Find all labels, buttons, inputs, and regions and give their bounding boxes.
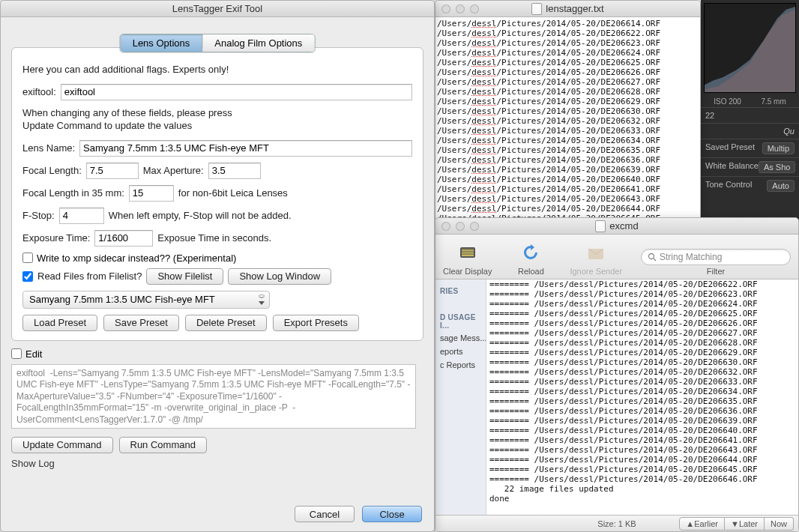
fstop-label: F-Stop:: [22, 210, 55, 221]
close-button[interactable]: Close: [362, 506, 422, 522]
txt-titlebar[interactable]: lenstagger.txt: [435, 1, 700, 17]
filter-section: String Matching Filter: [641, 249, 791, 276]
command-textarea[interactable]: exiftool -Lens="Samyang 7.5mm 1:3.5 UMC …: [11, 364, 416, 429]
document-icon: [595, 220, 606, 232]
load-preset-button[interactable]: Load Preset: [22, 315, 97, 331]
focal-length-label: Focal Length:: [22, 165, 82, 176]
write-xmp-checkbox[interactable]: [22, 253, 33, 263]
ex-log-content[interactable]: ======== /Users/dessl/Pictures/2014/05-2…: [486, 279, 798, 515]
lightroom-panel: ISO 200 7.5 mm 22 Qu Saved Preset Multip…: [701, 0, 799, 222]
tabs: Lens Options Analog Film Options: [120, 34, 316, 52]
preset-select[interactable]: Samyang 7.5mm 1:3.5 UMC Fish-eye MFT: [22, 291, 270, 309]
exposure-label: Exposure Time:: [22, 232, 90, 244]
max-aperture-input[interactable]: [208, 163, 261, 179]
saved-preset-label: Saved Preset: [705, 142, 755, 154]
sidebar-section: RIES: [435, 284, 486, 297]
exposure-input[interactable]: [94, 230, 153, 247]
search-input[interactable]: String Matching: [641, 249, 791, 265]
clear-display-button[interactable]: Clear Display: [443, 241, 492, 276]
earlier-button[interactable]: ▲ Earlier: [679, 517, 725, 531]
sidebar-item[interactable]: sage Mess...: [435, 331, 486, 345]
focal-length-input[interactable]: [86, 163, 139, 179]
ex-sidebar[interactable]: RIES D USAGE I... sage Mess... eports c …: [435, 279, 486, 515]
close-icon[interactable]: [441, 222, 450, 231]
show-log-window-button[interactable]: Show Log Window: [228, 268, 331, 285]
ex-titlebar[interactable]: excmd: [435, 218, 798, 235]
zoom-icon[interactable]: [470, 4, 479, 13]
intro-text: Here you can add additional flags. Exper…: [22, 63, 412, 76]
close-icon[interactable]: [441, 4, 450, 13]
wb-label: White Balance: [705, 161, 759, 173]
document-icon: [531, 3, 542, 15]
run-command-button[interactable]: Run Command: [119, 437, 207, 453]
now-button[interactable]: Now: [765, 517, 794, 531]
minimize-icon[interactable]: [456, 222, 465, 231]
window-title: LensTagger Exif Tool: [172, 3, 262, 14]
delete-preset-button[interactable]: Delete Preset: [185, 315, 267, 331]
edit-label: Edit: [25, 348, 42, 360]
svg-line-4: [654, 259, 656, 261]
lr-icon-val: 22: [705, 111, 714, 120]
tone-label: Tone Control: [705, 180, 752, 192]
status-size: Size: 1 KB: [597, 519, 636, 528]
sidebar-section: D USAGE I...: [435, 310, 486, 331]
write-xmp-label: Write to xmp sidecar instead?? (Experime…: [37, 253, 236, 264]
show-filelist-button[interactable]: Show Filelist: [146, 268, 223, 285]
saved-preset-btn[interactable]: Multip: [762, 142, 795, 154]
focal-label: 7.5 mm: [761, 97, 786, 106]
search-icon: [648, 253, 657, 262]
fstop-input[interactable]: [59, 208, 104, 224]
focal-35-label: Focal Length in 35 mm:: [22, 187, 124, 199]
preset-selected: Samyang 7.5mm 1:3.5 UMC Fish-eye MFT: [29, 294, 215, 305]
save-preset-button[interactable]: Save Preset: [103, 315, 179, 331]
lens-name-input[interactable]: [79, 140, 412, 157]
sidebar-item[interactable]: eports: [435, 345, 486, 358]
histogram: [704, 3, 796, 93]
lenstagger-txt-window: lenstagger.txt /Users/dessl/Pictures/201…: [435, 0, 701, 222]
fstop-suffix: When left empty, F-Stop will not be adde…: [109, 210, 292, 221]
iso-label: ISO 200: [714, 97, 741, 106]
tab-lens-options[interactable]: Lens Options: [121, 34, 203, 52]
status-bar: Size: 1 KB ▲ Earlier ▼ Later Now: [435, 515, 798, 531]
excmd-window: excmd Clear Display Reload Ignore Sender…: [435, 217, 799, 532]
lenstagger-window: LensTagger Exif Tool Lens Options Analog…: [0, 0, 435, 532]
quick-heading: Qu: [701, 123, 799, 139]
when-changing-text: When changing any of these fields, pleas…: [22, 106, 412, 133]
tab-analog-film[interactable]: Analog Film Options: [202, 34, 314, 52]
exposure-suffix: Exposue Time in seconds.: [157, 232, 271, 244]
svg-point-3: [649, 254, 654, 259]
show-log-link[interactable]: Show Log: [11, 458, 423, 469]
txt-title: lenstagger.txt: [546, 3, 603, 14]
later-button[interactable]: ▼ Later: [725, 517, 765, 531]
export-presets-button[interactable]: Export Presets: [273, 315, 359, 331]
main-titlebar[interactable]: LensTagger Exif Tool: [1, 1, 434, 17]
max-aperture-label: Max Aperture:: [143, 165, 204, 176]
minimize-icon[interactable]: [456, 4, 465, 13]
txt-content[interactable]: /Users/dessl/Pictures/2014/05-20/DE20661…: [435, 17, 700, 221]
focal-35-suffix: for non-6bit Leica Lenses: [178, 187, 288, 199]
read-filelist-checkbox[interactable]: [22, 271, 33, 282]
ignore-sender-button: Ignore Sender: [570, 241, 622, 276]
zoom-icon[interactable]: [470, 222, 479, 231]
tone-btn[interactable]: Auto: [767, 180, 795, 192]
sidebar-item[interactable]: c Reports: [435, 358, 486, 372]
reload-button[interactable]: Reload: [510, 241, 552, 276]
ex-title: excmd: [609, 220, 638, 232]
read-filelist-label: Read Files from Filelist?: [37, 270, 142, 282]
focal-35-input[interactable]: [129, 185, 174, 202]
update-command-button[interactable]: Update Command: [11, 437, 113, 453]
edit-checkbox[interactable]: [11, 348, 22, 359]
exiftool-label: exiftool:: [22, 86, 56, 97]
wb-btn[interactable]: As Sho: [759, 161, 795, 173]
cancel-button[interactable]: Cancel: [295, 506, 355, 522]
exiftool-input[interactable]: [61, 84, 412, 100]
lens-name-label: Lens Name:: [22, 142, 75, 154]
